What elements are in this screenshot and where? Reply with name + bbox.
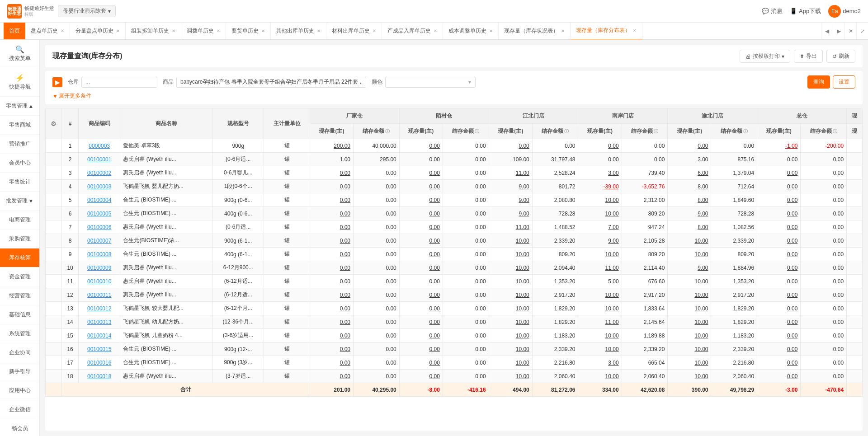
industry-selector[interactable]: 母婴行业演示陈套 ▾	[58, 5, 116, 17]
app-download-btn[interactable]: 📱 App下载	[790, 7, 821, 15]
cell-tot-qty[interactable]: 0.00	[757, 207, 801, 220]
cell-c5-qty[interactable]: 8.00	[668, 220, 711, 234]
cell-code[interactable]: 00100014	[78, 329, 120, 342]
cell-c4-qty[interactable]: 5.00	[578, 275, 622, 288]
cell-c1-qty[interactable]: 0.00	[310, 207, 353, 220]
cell-c1-qty[interactable]: 0.00	[310, 302, 353, 315]
cell-tot-qty[interactable]: 0.00	[757, 180, 801, 193]
cell-tot-qty[interactable]: 0.00	[757, 153, 801, 166]
sidebar-item-retail-stats[interactable]: 零售统计	[0, 173, 39, 192]
cell-c2-qty[interactable]: 0.00	[399, 166, 443, 180]
cell-code[interactable]: 0000003	[78, 139, 120, 153]
cell-tot-qty[interactable]: 0.00	[757, 275, 801, 288]
sidebar-item-nav[interactable]: ⚡ 快捷导航	[0, 68, 39, 97]
close-tab-product-inbound[interactable]: ✕	[434, 28, 437, 33]
cell-c2-qty[interactable]: 0.00	[399, 302, 443, 315]
cell-c3-qty[interactable]: 10.00	[489, 315, 532, 329]
cell-c1-qty[interactable]: 0.00	[310, 356, 353, 370]
cell-c5-qty[interactable]: 10.00	[668, 248, 711, 261]
nav-prev-btn[interactable]: ◀	[821, 23, 833, 40]
tab-partial-count[interactable]: 分量盘点单历史 ✕	[70, 23, 126, 40]
product-input[interactable]	[176, 77, 366, 88]
cell-tot-qty[interactable]: 0.00	[757, 288, 801, 302]
cell-c3-qty[interactable]: 10.00	[489, 302, 532, 315]
sidebar-item-system[interactable]: 系统管理	[0, 324, 39, 343]
cell-c5-qty[interactable]: 8.00	[668, 180, 711, 193]
cell-code[interactable]: 00100008	[78, 248, 120, 261]
tab-material-outbound[interactable]: 材料出库单历史 ✕	[326, 23, 382, 40]
total-amt-info-icon[interactable]: ⓘ	[833, 129, 837, 134]
cell-c1-qty[interactable]: 0.00	[310, 180, 353, 193]
table-scroll[interactable]: ⚙ # 商品编码 商品名称 规格型号 主计量单位 厂家仓 陌村仓 江北门店 南岸…	[45, 108, 863, 431]
tab-assembly[interactable]: 组装拆卸单历史 ✕	[126, 23, 181, 40]
sidebar-item-purchase[interactable]: 采购管理	[0, 230, 39, 248]
cell-code[interactable]: 00100002	[78, 166, 120, 180]
close-tab-partial-count[interactable]: ✕	[116, 28, 120, 33]
settings-btn[interactable]: 设置	[833, 75, 855, 89]
tab-inventory-status[interactable]: 现存量（库存状况表） ✕	[499, 23, 571, 40]
factory-amt-info-icon[interactable]: ⓘ	[385, 129, 390, 134]
cell-c3-qty[interactable]: 9.00	[489, 207, 532, 220]
cell-tot-qty[interactable]: -1.00	[757, 139, 801, 153]
cell-c5-qty[interactable]: 0.00	[668, 139, 711, 153]
cell-c5-qty[interactable]: 10.00	[668, 370, 711, 383]
village-amt-info-icon[interactable]: ⓘ	[475, 129, 479, 134]
sidebar-item-member-program[interactable]: 畅会员	[0, 419, 39, 436]
user-area[interactable]: Ea demo2	[828, 5, 861, 18]
cell-c5-qty[interactable]: 10.00	[668, 356, 711, 370]
close-tab-inventory-status[interactable]: ✕	[561, 28, 565, 33]
cell-c4-qty[interactable]: 10.00	[578, 370, 622, 383]
sidebar-item-finance[interactable]: 资金管理	[0, 267, 39, 286]
cell-c4-qty[interactable]: 10.00	[578, 248, 622, 261]
cell-tot-qty[interactable]: 0.00	[757, 261, 801, 275]
close-tab-cost-adjust[interactable]: ✕	[489, 28, 493, 33]
cell-c3-qty[interactable]: 9.00	[489, 180, 532, 193]
cell-c1-qty[interactable]: 0.00	[310, 370, 353, 383]
expand-conditions-btn[interactable]: ▼ 展开更多条件	[52, 92, 91, 100]
sidebar-item-ecommerce[interactable]: 电商管理	[0, 211, 39, 230]
cell-c2-qty[interactable]: 0.00	[399, 220, 443, 234]
cell-c3-qty[interactable]: 10.00	[489, 329, 532, 342]
cell-c4-qty[interactable]: 11.00	[578, 315, 622, 329]
cell-c5-qty[interactable]: 10.00	[668, 234, 711, 248]
cell-c1-qty[interactable]: 0.00	[310, 329, 353, 342]
cell-code[interactable]: 00100004	[78, 193, 120, 207]
cell-code[interactable]: 00100010	[78, 275, 120, 288]
cell-c3-qty[interactable]: 10.00	[489, 288, 532, 302]
cell-code[interactable]: 00100016	[78, 356, 120, 370]
cell-c4-qty[interactable]: -39.00	[578, 180, 622, 193]
cell-code[interactable]: 00100005	[78, 207, 120, 220]
cell-c2-qty[interactable]: 0.00	[399, 329, 443, 342]
cell-code[interactable]: 00100007	[78, 234, 120, 248]
tab-inventory-distribution[interactable]: 现存量（库存分布表） ✕	[571, 23, 642, 40]
nav-close-btn[interactable]: ✕	[844, 23, 856, 40]
cell-c1-qty[interactable]: 0.00	[310, 275, 353, 288]
sidebar-item-basic-info[interactable]: 基础信息	[0, 305, 39, 324]
cell-c3-qty[interactable]: 11.00	[489, 220, 532, 234]
cell-c4-qty[interactable]: 3.00	[578, 166, 622, 180]
cell-c1-qty[interactable]: 0.00	[310, 288, 353, 302]
cell-code[interactable]: 00100006	[78, 220, 120, 234]
cell-c5-qty[interactable]: 3.00	[668, 153, 711, 166]
cell-c5-qty[interactable]: 10.00	[668, 288, 711, 302]
sidebar-item-wholesale[interactable]: 批发管理 ▼	[0, 192, 39, 211]
cell-c4-qty[interactable]: 10.00	[578, 207, 622, 220]
cell-tot-qty[interactable]: 0.00	[757, 234, 801, 248]
cell-c1-qty[interactable]: 0.00	[310, 342, 353, 356]
sidebar-item-retail-mgmt[interactable]: 零售管理 ▲	[0, 97, 39, 116]
cell-c5-qty[interactable]: 6.00	[668, 166, 711, 180]
cell-c3-qty[interactable]: 10.00	[489, 248, 532, 261]
tab-transfer[interactable]: 调拨单历史 ✕	[181, 23, 226, 40]
close-tab-assembly[interactable]: ✕	[172, 28, 175, 33]
cell-c5-qty[interactable]: 8.00	[668, 193, 711, 207]
cell-c3-qty[interactable]: 10.00	[489, 275, 532, 288]
query-btn[interactable]: 查询	[807, 75, 830, 89]
cell-c2-qty[interactable]: 0.00	[399, 234, 443, 248]
cell-c4-qty[interactable]: 0.00	[578, 139, 622, 153]
jiangbei-amt-info-icon[interactable]: ⓘ	[564, 129, 569, 134]
cell-c5-qty[interactable]: 10.00	[668, 342, 711, 356]
cell-c5-qty[interactable]: 10.00	[668, 315, 711, 329]
filter-toggle-btn[interactable]: ▶	[52, 77, 62, 87]
cell-c4-qty[interactable]: 10.00	[578, 288, 622, 302]
cell-tot-qty[interactable]: 0.00	[757, 220, 801, 234]
